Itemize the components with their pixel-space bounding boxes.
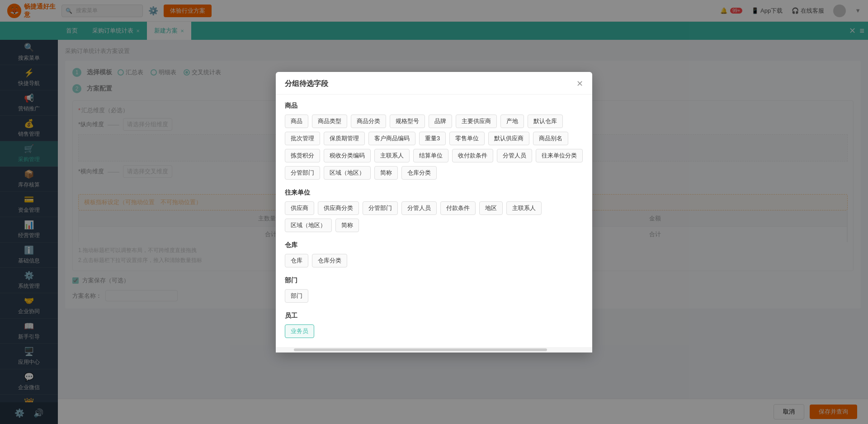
field-grid-product: 商品 商品类型 商品分类 规格型号 品牌 主要供应商 产地 默认仓库 批次管理 … (285, 114, 583, 180)
field-tag[interactable]: 默认供应商 (488, 132, 529, 145)
field-tag[interactable]: 品牌 (429, 114, 452, 128)
horizontal-scrollbar[interactable] (276, 347, 592, 353)
modal-scroll-area (276, 347, 592, 353)
field-tag[interactable]: 部门 (285, 289, 308, 303)
field-tag[interactable]: 简称 (335, 219, 359, 232)
field-tag[interactable]: 默认仓库 (528, 114, 563, 128)
field-tag[interactable]: 区域（地区） (285, 219, 332, 232)
field-tag[interactable]: 分管人员 (497, 149, 532, 162)
modal-body: 商品 商品 商品类型 商品分类 规格型号 品牌 主要供应商 产地 默认仓库 批次… (276, 95, 592, 347)
section-dept: 部门 部门 (285, 276, 583, 303)
section-partner-title: 往来单位 (285, 189, 583, 197)
field-tag[interactable]: 拣货积分 (285, 149, 320, 162)
field-tag[interactable]: 区域（地区） (324, 166, 371, 180)
field-tag[interactable]: 结算单位 (413, 149, 448, 162)
field-tag[interactable]: 地区 (479, 201, 503, 215)
field-tag-salesperson[interactable]: 业务员 (285, 324, 314, 338)
field-tag[interactable]: 保质期管理 (324, 132, 365, 145)
field-tag[interactable]: 商品分类 (351, 114, 386, 128)
field-tag[interactable]: 供应商 (285, 201, 314, 215)
field-grid-warehouse: 仓库 仓库分类 (285, 254, 583, 267)
field-tag[interactable]: 规格型号 (390, 114, 425, 128)
field-tag[interactable]: 主联系人 (374, 149, 410, 162)
field-tag[interactable]: 分管部门 (285, 166, 320, 180)
field-tag[interactable]: 重量3 (419, 132, 446, 145)
field-tag[interactable]: 分管部门 (363, 201, 398, 215)
field-tag[interactable]: 仓库分类 (401, 166, 437, 180)
field-grid-partner: 供应商 供应商分类 分管部门 分管人员 付款条件 地区 主联系人 区域（地区） … (285, 201, 583, 232)
section-staff-title: 员工 (285, 312, 583, 320)
modal-close-btn[interactable]: ✕ (576, 80, 583, 88)
section-partner: 往来单位 供应商 供应商分类 分管部门 分管人员 付款条件 地区 主联系人 区域… (285, 189, 583, 232)
field-tag[interactable]: 商品别名 (533, 132, 568, 145)
field-tag[interactable]: 简称 (374, 166, 398, 180)
scroll-thumb[interactable] (294, 348, 547, 351)
field-tag[interactable]: 仓库分类 (312, 254, 347, 267)
field-tag[interactable]: 分管人员 (401, 201, 437, 215)
field-tag[interactable]: 主要供应商 (456, 114, 497, 128)
field-tag[interactable]: 仓库 (285, 254, 308, 267)
section-staff: 员工 业务员 (285, 312, 583, 338)
modal-header: 分组待选字段 ✕ (276, 72, 592, 95)
field-tag[interactable]: 付款条件 (440, 201, 476, 215)
field-tag[interactable]: 客户商品编码 (368, 132, 415, 145)
field-grid-staff: 业务员 (285, 324, 583, 338)
field-tag[interactable]: 批次管理 (285, 132, 320, 145)
field-tag[interactable]: 商品 (285, 114, 308, 128)
section-product: 商品 商品 商品类型 商品分类 规格型号 品牌 主要供应商 产地 默认仓库 批次… (285, 102, 583, 180)
field-tag[interactable]: 收付款条件 (452, 149, 493, 162)
modal-title: 分组待选字段 (285, 79, 328, 89)
field-grid-dept: 部门 (285, 289, 583, 303)
section-product-title: 商品 (285, 102, 583, 110)
field-tag[interactable]: 往来单位分类 (536, 149, 583, 162)
modal: 分组待选字段 ✕ 商品 商品 商品类型 商品分类 规格型号 品牌 主要供应商 产… (276, 72, 592, 353)
section-warehouse: 仓库 仓库 仓库分类 (285, 241, 583, 267)
field-tag[interactable]: 税收分类编码 (324, 149, 371, 162)
field-tag[interactable]: 零售单位 (449, 132, 485, 145)
field-tag[interactable]: 主联系人 (506, 201, 542, 215)
section-dept-title: 部门 (285, 276, 583, 285)
field-tag[interactable]: 产地 (500, 114, 524, 128)
overlay: 分组待选字段 ✕ 商品 商品 商品类型 商品分类 规格型号 品牌 主要供应商 产… (0, 0, 868, 424)
section-warehouse-title: 仓库 (285, 241, 583, 249)
field-tag[interactable]: 供应商分类 (318, 201, 359, 215)
field-tag[interactable]: 商品类型 (312, 114, 347, 128)
